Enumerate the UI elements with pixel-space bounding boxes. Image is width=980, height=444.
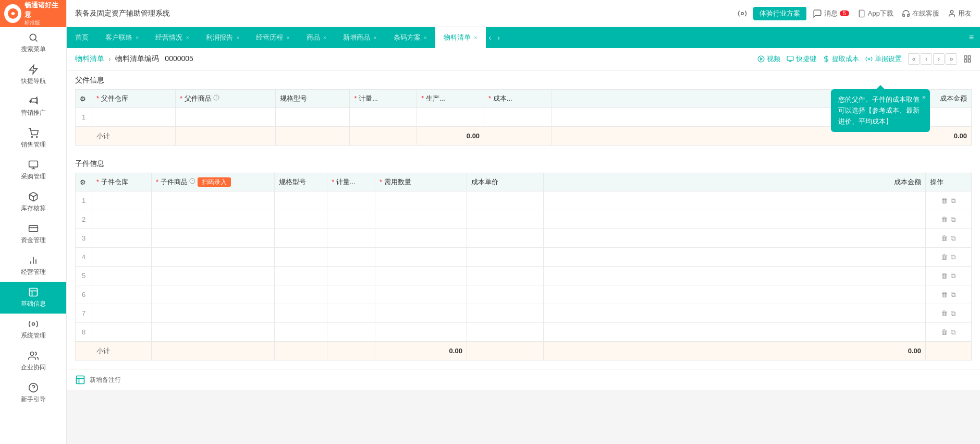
sidebar-item-purchase[interactable]: 采购管理 [0,154,66,186]
child-cell-warehouse-7[interactable] [92,304,152,323]
user-button[interactable]: 用友 [948,9,972,18]
tooltip-close-button[interactable]: × [922,92,926,103]
scan-button[interactable]: 扫码录入 [198,177,231,187]
delete-icon-4[interactable]: 🗑 [941,253,948,261]
child-cell-product-4[interactable] [151,248,274,267]
tab-barcode[interactable]: 条码方案 × [385,27,435,48]
copy-icon-4[interactable]: ⧉ [951,253,956,261]
child-cell-unit-1[interactable] [327,191,375,210]
online-service-button[interactable]: 在线客服 [902,9,939,18]
tab-operations[interactable]: 经营情况 × [147,27,197,48]
tab-customers-close[interactable]: × [136,34,139,41]
child-cell-unit-7[interactable] [327,304,375,323]
tab-operations-close[interactable]: × [186,34,189,41]
child-cell-product-3[interactable] [151,229,274,248]
copy-icon-3[interactable]: ⧉ [951,234,956,243]
child-cell-unit-5[interactable] [327,267,375,285]
tab-bom-close[interactable]: × [474,34,477,41]
child-cell-quantity-4[interactable] [375,248,467,267]
tab-history-close[interactable]: × [286,34,289,41]
child-cell-warehouse-2[interactable] [92,210,152,229]
sidebar-item-collab[interactable]: 企业协同 [0,345,66,377]
child-cell-unit-cost-2[interactable] [467,210,543,229]
child-cell-spec-6[interactable] [274,285,327,304]
child-cell-spec-5[interactable] [274,267,327,285]
parent-cell-cost-1[interactable] [484,108,552,127]
pager-last[interactable]: » [946,53,957,65]
copy-icon-1[interactable]: ⧉ [951,197,956,205]
delete-icon-2[interactable]: 🗑 [941,215,948,224]
form-settings-button[interactable]: 单据设置 [865,54,902,64]
child-cell-unit-4[interactable] [327,248,375,267]
child-cell-unit-3[interactable] [327,229,375,248]
pager-prev[interactable]: ‹ [921,53,932,65]
delete-icon-8[interactable]: 🗑 [941,328,948,337]
copy-icon-8[interactable]: ⧉ [951,328,956,337]
child-cell-warehouse-3[interactable] [92,229,152,248]
child-cell-unit-cost-7[interactable] [467,304,543,323]
child-cell-spec-1[interactable] [274,191,327,210]
copy-icon-5[interactable]: ⧉ [951,272,956,280]
delete-icon-1[interactable]: 🗑 [941,197,948,205]
child-cell-unit-2[interactable] [327,210,375,229]
child-cell-warehouse-1[interactable] [92,191,152,210]
tab-barcode-close[interactable]: × [424,34,427,41]
child-cell-quantity-8[interactable] [375,323,467,342]
delete-icon-3[interactable]: 🗑 [941,234,948,243]
settings-icon[interactable] [738,9,747,18]
delete-icon-6[interactable]: 🗑 [941,291,948,299]
child-cell-unit-8[interactable] [327,323,375,342]
delete-icon-7[interactable]: 🗑 [941,309,948,318]
child-cell-warehouse-5[interactable] [92,267,152,285]
child-cell-product-1[interactable] [151,191,274,210]
pager-next[interactable]: › [933,53,945,65]
child-cell-quantity-7[interactable] [375,304,467,323]
parent-cell-warehouse-1[interactable] [92,108,176,127]
child-cell-unit-cost-3[interactable] [467,229,543,248]
child-cell-unit-6[interactable] [327,285,375,304]
copy-icon-7[interactable]: ⧉ [951,309,956,318]
nav-arrow-left[interactable]: ‹ [486,33,495,42]
child-cell-spec-2[interactable] [274,210,327,229]
experience-button[interactable]: 体验行业方案 [753,7,806,20]
tab-profit-close[interactable]: × [236,34,239,41]
sidebar-item-search[interactable]: 搜索菜单 [0,27,66,59]
child-cell-warehouse-6[interactable] [92,285,152,304]
sidebar-item-ops[interactable]: 经营管理 [0,250,66,282]
parent-cell-production-1[interactable] [417,108,484,127]
grid-view-icon[interactable] [963,55,972,63]
message-button[interactable]: 消息 5 [813,9,849,18]
add-note-icon[interactable] [75,375,85,385]
child-cell-quantity-3[interactable] [375,229,467,248]
child-cell-quantity-1[interactable] [375,191,467,210]
nav-close-all[interactable]: ≡ [963,33,980,42]
child-cell-product-7[interactable] [151,304,274,323]
child-cell-spec-4[interactable] [274,248,327,267]
child-cell-product-8[interactable] [151,323,274,342]
tab-home[interactable]: 首页 [67,27,97,48]
tab-products[interactable]: 商品 × [298,27,335,48]
tab-bom[interactable]: 物料清单 × [435,27,485,48]
parent-cell-product-1[interactable] [176,108,276,127]
sidebar-item-system[interactable]: 系统管理 [0,314,66,345]
child-cell-unit-cost-6[interactable] [467,285,543,304]
sidebar-item-finance[interactable]: 资金管理 [0,218,66,250]
tab-new-product-close[interactable]: × [373,34,376,41]
child-cell-spec-3[interactable] [274,229,327,248]
sidebar-item-sales[interactable]: 销售管理 [0,123,66,154]
copy-icon-6[interactable]: ⧉ [951,291,956,299]
shortcut-button[interactable]: 快捷键 [787,54,816,64]
child-cell-product-6[interactable] [151,285,274,304]
child-cell-spec-8[interactable] [274,323,327,342]
child-cell-quantity-5[interactable] [375,267,467,285]
parent-cell-spec-1[interactable] [276,108,350,127]
child-cell-product-2[interactable] [151,210,274,229]
child-cell-spec-7[interactable] [274,304,327,323]
child-cell-unit-cost-5[interactable] [467,267,543,285]
child-cell-warehouse-8[interactable] [92,323,152,342]
child-cell-unit-cost-8[interactable] [467,323,543,342]
sidebar-item-inventory[interactable]: 库存核算 [0,186,66,218]
child-cell-unit-cost-1[interactable] [467,191,543,210]
tab-customers[interactable]: 客户联络 × [97,27,147,48]
pager-first[interactable]: « [908,53,920,65]
